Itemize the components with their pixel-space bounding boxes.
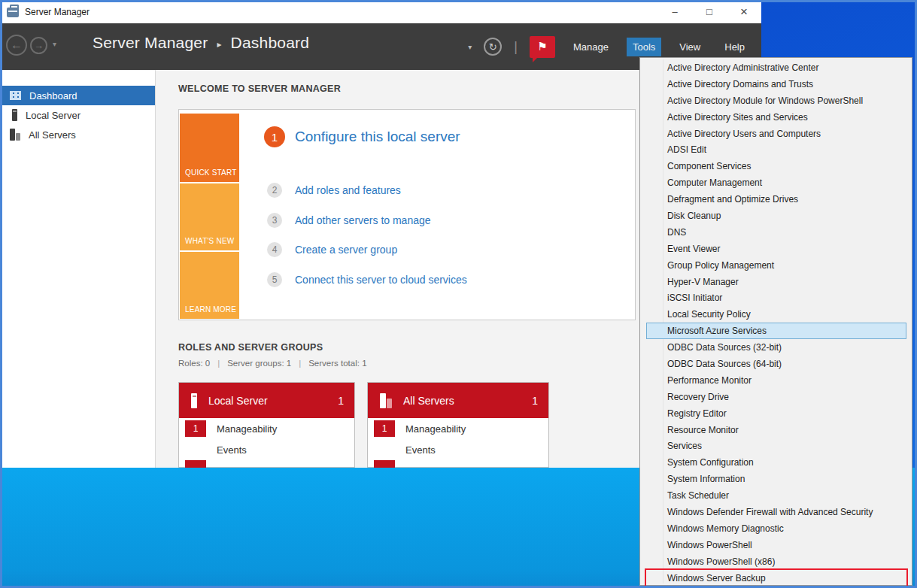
- tools-menu-item[interactable]: DNS: [646, 224, 906, 241]
- tools-menu-item[interactable]: Defragment and Optimize Drives: [646, 191, 906, 208]
- server-chevron-down-icon[interactable]: ▾: [468, 43, 472, 51]
- step-number-badge: 2: [267, 183, 282, 198]
- tile-title: Local Server: [208, 395, 268, 407]
- tools-menu-item[interactable]: Task Scheduler: [646, 487, 906, 504]
- tile-row-events[interactable]: Events: [179, 439, 354, 460]
- stat-server-groups: Server groups: 1: [227, 359, 291, 368]
- minimize-button[interactable]: –: [657, 0, 692, 23]
- tools-menu-item[interactable]: Group Policy Management: [646, 257, 906, 274]
- tools-menu-item[interactable]: Resource Monitor: [646, 422, 906, 438]
- row-label: Events: [405, 444, 436, 456]
- quick-start-block[interactable]: QUICK START: [180, 114, 239, 182]
- count-badge-empty: [185, 441, 206, 458]
- tools-menu-item[interactable]: Active Directory Administrative Center: [646, 59, 906, 76]
- tools-menu-item[interactable]: Disk Cleanup: [646, 208, 906, 224]
- tools-menu-item[interactable]: Windows PowerShell: [646, 537, 906, 553]
- tile-row-clipped: [179, 460, 354, 468]
- step-label: Configure this local server: [295, 129, 460, 145]
- count-badge: 1: [185, 420, 206, 437]
- tools-menu-item[interactable]: System Information: [646, 471, 906, 487]
- tile-local-server-header[interactable]: Local Server 1: [179, 383, 354, 418]
- tools-menu-item[interactable]: iSCSI Initiator: [646, 289, 906, 306]
- tools-menu-item[interactable]: Services: [646, 438, 906, 454]
- menu-tools[interactable]: Tools: [627, 38, 661, 56]
- tile-row-manageability[interactable]: 1 Manageability: [368, 418, 548, 439]
- tools-menu-item[interactable]: Active Directory Module for Windows Powe…: [646, 92, 906, 109]
- tile-all-servers-header[interactable]: All Servers 1: [368, 383, 548, 418]
- tools-menu-item[interactable]: Local Security Policy: [646, 306, 906, 323]
- maximize-button[interactable]: □: [692, 0, 727, 23]
- tools-menu-item[interactable]: Windows PowerShell (x86): [646, 553, 906, 570]
- step-label: Create a server group: [295, 244, 397, 256]
- tile-row-manageability[interactable]: 1 Manageability: [179, 418, 354, 439]
- sidebar: Dashboard Local Server All Servers: [0, 70, 156, 468]
- menu-help[interactable]: Help: [718, 38, 751, 56]
- server-icon: [12, 109, 17, 121]
- stats-divider: |: [299, 359, 301, 368]
- whats-new-block[interactable]: WHAT'S NEW: [180, 183, 239, 250]
- count-badge-empty: [374, 441, 395, 458]
- tools-menu-item[interactable]: Recovery Drive: [646, 389, 906, 405]
- tools-menu-item[interactable]: Active Directory Sites and Services: [646, 109, 906, 126]
- server-manager-app-icon: [7, 8, 19, 17]
- menu-view[interactable]: View: [673, 38, 706, 56]
- step-label: Add other servers to manage: [295, 214, 431, 226]
- sidebar-item-label: Local Server: [26, 110, 80, 121]
- step-connect-cloud-services[interactable]: 5 Connect this server to cloud services: [267, 272, 467, 287]
- tools-menu-item[interactable]: ODBC Data Sources (32-bit): [646, 339, 906, 356]
- tools-menu-item[interactable]: ODBC Data Sources (64-bit): [646, 356, 906, 372]
- step-add-roles-features[interactable]: 2 Add roles and features: [267, 183, 401, 198]
- forward-icon[interactable]: →: [30, 37, 47, 54]
- step-number-badge: 5: [267, 272, 282, 287]
- welcome-heading: WELCOME TO SERVER MANAGER: [178, 83, 341, 94]
- tile-local-server: Local Server 1 1 Manageability Events: [178, 382, 355, 468]
- sidebar-item-all-servers[interactable]: All Servers: [0, 125, 155, 144]
- sidebar-item-dashboard[interactable]: Dashboard: [0, 86, 155, 105]
- row-label: Manageability: [217, 423, 277, 435]
- step-configure-local-server[interactable]: 1 Configure this local server: [264, 126, 460, 147]
- breadcrumb-root[interactable]: Server Manager: [93, 34, 208, 52]
- tile-count: 1: [532, 395, 538, 407]
- tools-menu-item[interactable]: Performance Monitor: [646, 372, 906, 389]
- tools-menu-item[interactable]: Component Services: [646, 158, 906, 174]
- tools-menu-item[interactable]: Registry Editor: [646, 405, 906, 422]
- tools-menu-item-microsoft-azure-services[interactable]: Microsoft Azure Services: [646, 323, 906, 339]
- tools-menu-item[interactable]: Windows Memory Diagnostic: [646, 520, 906, 537]
- roles-heading: ROLES AND SERVER GROUPS: [178, 342, 323, 353]
- tile-count: 1: [338, 395, 344, 407]
- sidebar-item-local-server[interactable]: Local Server: [0, 105, 155, 125]
- tools-menu-item[interactable]: ADSI Edit: [646, 141, 906, 158]
- tools-menu-item-windows-server-backup[interactable]: Windows Server Backup: [646, 570, 906, 586]
- roles-stats: Roles: 0 | Server groups: 1 | Servers to…: [178, 359, 367, 368]
- titlebar: Server Manager – □ ×: [0, 0, 761, 23]
- notifications-flag-icon[interactable]: ⚑: [530, 36, 555, 58]
- step-create-server-group[interactable]: 4 Create a server group: [267, 242, 397, 257]
- refresh-icon[interactable]: ↻: [484, 38, 502, 56]
- tools-menu-item[interactable]: Event Viewer: [646, 241, 906, 257]
- back-icon[interactable]: ←: [6, 35, 27, 56]
- step-add-other-servers[interactable]: 3 Add other servers to manage: [267, 213, 431, 228]
- servers-icon: [380, 393, 392, 408]
- history-chevron-down-icon[interactable]: ▾: [53, 40, 56, 48]
- tools-menu-item[interactable]: Active Directory Users and Computers: [646, 126, 906, 142]
- count-badge: 1: [374, 420, 395, 437]
- step-number-badge: 3: [267, 213, 282, 228]
- close-button[interactable]: ×: [727, 0, 761, 23]
- tools-menu-item[interactable]: System Configuration: [646, 454, 906, 471]
- tile-row-clipped: [368, 460, 548, 468]
- window-title: Server Manager: [25, 7, 657, 17]
- tile-title: All Servers: [403, 395, 454, 407]
- tile-row-events[interactable]: Events: [368, 439, 548, 460]
- tools-menu-item[interactable]: Windows Defender Firewall with Advanced …: [646, 504, 906, 520]
- stats-divider: |: [217, 359, 220, 368]
- menu-manage[interactable]: Manage: [567, 38, 615, 56]
- step-number-badge: 4: [267, 242, 282, 257]
- tools-menu-item[interactable]: Active Directory Domains and Trusts: [646, 76, 906, 92]
- breadcrumb-separator-icon: ▸: [217, 37, 221, 50]
- learn-more-block[interactable]: LEARN MORE: [180, 252, 239, 319]
- sidebar-item-label: Dashboard: [29, 90, 77, 102]
- step-label: Add roles and features: [295, 184, 401, 196]
- tools-menu-item[interactable]: Hyper-V Manager: [646, 274, 906, 290]
- tools-menu-item[interactable]: Computer Management: [646, 174, 906, 191]
- count-badge: [374, 460, 395, 468]
